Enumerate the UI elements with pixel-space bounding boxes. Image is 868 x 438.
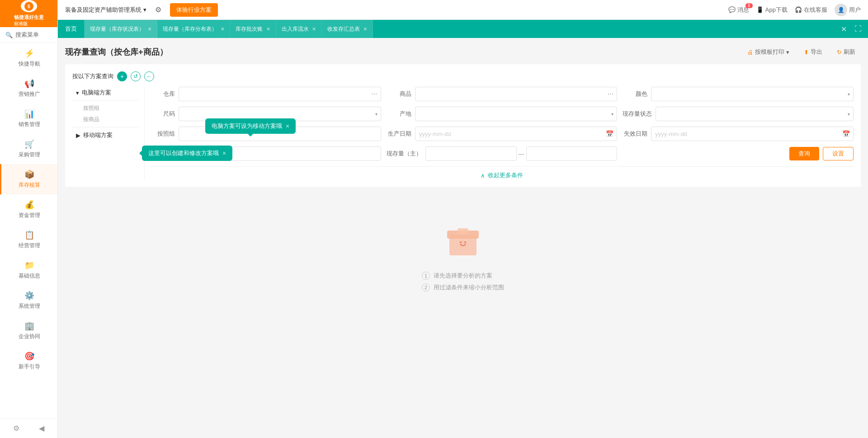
hint-text-2: 用过滤条件来缩小分析范围	[434, 283, 504, 292]
produce-date-input[interactable]	[415, 127, 618, 141]
search-icon: 🔍	[5, 32, 13, 38]
svg-point-7	[464, 241, 466, 243]
back-scheme-btn[interactable]: ←	[144, 71, 154, 81]
produce-date-cal-icon[interactable]: 📅	[606, 130, 613, 137]
refresh-btn[interactable]: ↻ 刷新	[831, 45, 861, 59]
sidebar-item-marketing[interactable]: 📢 营销推广	[0, 73, 57, 104]
setting-btn[interactable]: 设置	[823, 147, 854, 160]
goods-dots-icon[interactable]: ···	[608, 90, 613, 98]
tab-label-inventory-dist: 现存量（库存分布表）	[163, 25, 217, 33]
sidebar-item-inventory[interactable]: 📦 库存核算	[0, 164, 57, 194]
tab-close-in-out-flow[interactable]: ×	[312, 25, 316, 33]
page-actions: 🖨 按模板打印 ▾ ⬆ 导出 ↻ 刷新	[742, 45, 861, 59]
goods-control: ···	[415, 87, 618, 101]
collapse-btn[interactable]: ∧ 收起更多条件	[150, 166, 854, 179]
goods-input[interactable]	[415, 87, 618, 101]
experience-btn[interactable]: 体验行业方案	[170, 3, 218, 17]
tooltip-create-scheme: 这里可以创建和修改方案哦 ×	[142, 146, 232, 161]
settings-icon-btn[interactable]: ⚙	[13, 424, 19, 433]
app-icon: 📱	[756, 6, 764, 13]
search-btn[interactable]: 查询	[789, 147, 819, 160]
tab-close-inventory-status[interactable]: ×	[148, 25, 151, 33]
user-btn[interactable]: 👤 用户	[835, 4, 861, 16]
filter-row-4: 批号 现存量（主） —	[150, 146, 854, 161]
color-select[interactable]	[651, 87, 854, 101]
message-btn[interactable]: 💬 消息 8	[728, 6, 749, 14]
sidebar-item-sales[interactable]: 📊 销售管理	[0, 104, 57, 134]
tab-recv-summary[interactable]: 收发存汇总表 ×	[322, 20, 373, 38]
tooltip1-text: 电脑方案可设为移动方案哦	[212, 122, 282, 130]
export-btn[interactable]: ⬆ 导出	[798, 45, 828, 59]
goods-field: 商品 ···	[387, 87, 618, 101]
tab-home[interactable]: 首页	[58, 20, 85, 38]
sidebar-item-quick-nav[interactable]: ⚡ 快捷导航	[0, 43, 57, 73]
tab-inventory-dist[interactable]: 现存量（库存分布表） ×	[157, 20, 230, 38]
close-all-tabs-btn[interactable]: ✕	[837, 23, 850, 35]
online-service-btn[interactable]: 🎧 在线客服	[795, 6, 827, 14]
stock-qty-max-input[interactable]	[526, 146, 618, 161]
collapse-sidebar-btn[interactable]: ◀	[39, 424, 44, 433]
expire-date-cal-icon[interactable]: 📅	[842, 130, 850, 137]
origin-select[interactable]	[415, 107, 618, 121]
scheme-sub2-label: 按商品	[83, 116, 99, 123]
sidebar-item-purchase[interactable]: 🛒 采购管理	[0, 134, 57, 164]
tab-bar: 首页现存量（库存状况表） ×现存量（库存分布表） ×库存批次账 ×出入库流水 ×…	[58, 20, 868, 38]
tooltip2-text: 这里可以创建和修改方案哦	[148, 149, 219, 157]
expire-date-input[interactable]	[651, 127, 854, 141]
guide-icon: 🎯	[24, 351, 34, 361]
mobile-scheme-item[interactable]: ▶ 移动端方案	[72, 129, 139, 141]
filter-left-panel: ▾ 电脑端方案 按照组 按商品 ▶ 移动端方案	[72, 87, 145, 179]
fullscreen-btn[interactable]: ⛶	[852, 23, 864, 35]
scheme-separator2	[72, 127, 139, 127]
logo-icon: 6	[21, 0, 37, 12]
sidebar-item-base-info[interactable]: 📁 基础信息	[0, 255, 57, 285]
color-label: 颜色	[623, 90, 647, 98]
pc-scheme-label: 电脑端方案	[82, 89, 111, 97]
header-gear-btn[interactable]: ⚙	[152, 4, 165, 16]
color-control: ▾	[651, 87, 854, 101]
sidebar-logo: 6 畅捷通好生意 标准版	[0, 0, 57, 27]
sidebar-item-guide[interactable]: 🎯 新手引导	[0, 346, 57, 376]
sidebar-item-finance[interactable]: 💰 资金管理	[0, 194, 57, 225]
scheme-sub-item[interactable]: 按照组	[72, 103, 139, 114]
stock-qty-min-input[interactable]	[425, 146, 517, 161]
system-selector[interactable]: 装备及固定资产辅助管理系统 ▾	[65, 6, 146, 14]
service-icon: 🎧	[795, 6, 802, 13]
sidebar-item-enterprise[interactable]: 🏢 企业协同	[0, 316, 57, 346]
pc-scheme-item[interactable]: ▾ 电脑端方案	[72, 87, 139, 99]
search-menu-item[interactable]: 🔍 搜索菜单	[0, 27, 57, 43]
app-download-btn[interactable]: 📱 App下载	[756, 6, 788, 14]
sidebar-item-operations[interactable]: 📋 经营管理	[0, 225, 57, 255]
tab-close-inventory-dist[interactable]: ×	[221, 25, 224, 33]
refresh-scheme-btn[interactable]: ↺	[131, 71, 141, 81]
tooltip1-close-btn[interactable]: ×	[286, 122, 289, 130]
header-right: 💬 消息 8 📱 App下载 🎧 在线客服 👤 用户	[728, 4, 861, 16]
tooltip2-close-btn[interactable]: ×	[222, 150, 226, 157]
pc-scheme-arrow: ▾	[76, 89, 79, 96]
page-container: 现存量查询（按仓库+商品） 🖨 按模板打印 ▾ ⬆ 导出 ↻ 刷新	[58, 38, 868, 438]
origin-field: 产地 ▾	[387, 107, 618, 121]
print-btn[interactable]: 🖨 按模板打印 ▾	[742, 45, 795, 59]
warehouse-dots-icon[interactable]: ···	[371, 90, 377, 98]
tab-in-out-flow[interactable]: 出入库流水 ×	[276, 20, 322, 38]
stock-status-field: 现存量状态 ▾	[623, 107, 854, 121]
origin-control: ▾	[415, 107, 618, 121]
add-scheme-btn[interactable]: +	[117, 71, 127, 81]
tab-close-batch-ledger[interactable]: ×	[266, 25, 270, 33]
print-icon: 🖨	[747, 49, 753, 56]
marketing-label: 营销推广	[19, 90, 40, 98]
filter-section: 按以下方案查询 + ↺ ← 电脑方案可设为移动方案哦 × 这里可以创建和修改方案…	[65, 64, 861, 187]
warehouse-input[interactable]	[179, 87, 381, 101]
tab-label-in-out-flow: 出入库流水	[282, 25, 309, 33]
sidebar-item-system[interactable]: ⚙️ 系统管理	[0, 285, 57, 316]
mobile-scheme-label: 移动端方案	[83, 131, 113, 139]
scheme-separator	[72, 100, 139, 101]
inventory-label: 库存核算	[19, 181, 40, 189]
tab-inventory-status[interactable]: 现存量（库存状况表） ×	[85, 20, 157, 38]
stock-status-select[interactable]	[656, 107, 854, 121]
tab-close-recv-summary[interactable]: ×	[363, 25, 367, 33]
tab-batch-ledger[interactable]: 库存批次账 ×	[230, 20, 276, 38]
base-info-icon: 📁	[24, 260, 34, 270]
scheme-sub-item2[interactable]: 按商品	[72, 114, 139, 125]
system-dropdown-icon: ▾	[143, 6, 146, 13]
